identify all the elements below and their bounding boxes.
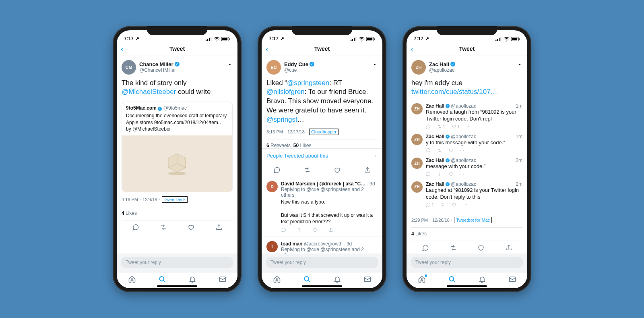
tweet-source[interactable]: Cloudhopper	[309, 129, 339, 135]
tweet-author[interactable]: EC Eddy Cue✓ @cue	[266, 60, 378, 75]
avatar[interactable]: ZH	[411, 60, 426, 75]
people-tweeted-link[interactable]: People Tweeted about this	[262, 148, 382, 163]
reply-icon[interactable]	[273, 166, 281, 174]
thread-reply[interactable]: ZH Zac Hall✓@apollozac2m Laughed at “981…	[411, 179, 522, 210]
retweet-icon[interactable]	[297, 227, 302, 233]
like-icon[interactable]	[312, 227, 318, 233]
quoted-image	[122, 135, 232, 192]
like-icon[interactable]	[188, 224, 195, 231]
status-time: 7:17	[124, 36, 134, 42]
tab-home[interactable]	[128, 275, 136, 285]
reply-input[interactable]: Tweet your reply	[266, 257, 378, 268]
reply-input[interactable]: Tweet your reply	[121, 257, 233, 268]
replying-to[interactable]: Replying to @cue @springsteen and 2 othe…	[281, 247, 378, 254]
retweet-icon[interactable]	[437, 124, 442, 129]
more-icon[interactable]	[466, 124, 471, 129]
home-indicator[interactable]	[447, 285, 487, 287]
tab-search[interactable]	[303, 275, 311, 285]
thread-replies: ZH Zac Hall✓@apollozac1m Removed a laugh…	[407, 98, 527, 212]
mention-link[interactable]: @springsteen	[287, 79, 329, 87]
chevron-down-icon[interactable]	[517, 62, 522, 67]
reply-input[interactable]: Tweet your reply	[411, 257, 523, 268]
location-arrow-icon: ↗	[135, 36, 139, 42]
avatar[interactable]: CM	[122, 60, 136, 75]
reply-item[interactable]: D David Marsden | @drcreek | aka "C… · 3…	[262, 177, 382, 237]
tab-home[interactable]	[273, 275, 281, 285]
back-button[interactable]: ‹	[121, 44, 124, 54]
back-button[interactable]: ‹	[266, 44, 268, 54]
like-icon[interactable]	[334, 166, 341, 174]
mention-link[interactable]: @nilslofgren	[266, 88, 305, 96]
reply-body: Now this was a typo. But was it Siri tha…	[281, 199, 378, 225]
battery-icon	[221, 37, 230, 41]
nav-title: Tweet	[459, 46, 475, 52]
like-icon[interactable]	[477, 244, 485, 251]
verified-badge-icon: ✓	[158, 107, 162, 111]
quoted-body: Documenting the overlooked craft of temp…	[122, 112, 232, 135]
tweet-author[interactable]: ZH Zac Hall✓ @apollozac	[411, 60, 522, 75]
tweet-author[interactable]: CM Chance Miller✓ @ChanceHMiller	[122, 60, 233, 75]
tab-messages[interactable]	[363, 275, 372, 285]
avatar[interactable]: EC	[266, 60, 281, 75]
replying-to[interactable]: Replying to @cue @springsteen and 2 othe…	[281, 187, 378, 198]
avatar[interactable]: ZH	[411, 103, 423, 114]
tab-notifications[interactable]	[333, 275, 341, 285]
thread-reply[interactable]: ZH Zac Hall✓@apollozac1m y to this messa…	[411, 131, 522, 155]
reply-icon[interactable]	[426, 124, 431, 129]
phone-mockup-2: 7:17↗ ‹ Tweet EC Eddy Cue✓ @cue Liked “@…	[258, 26, 386, 292]
tweet-meta: 3:16 PM · 12/17/18 · Cloudhopper	[266, 129, 378, 135]
mention-link[interactable]: @springst	[266, 116, 297, 123]
retweet-icon[interactable]	[450, 244, 457, 251]
reply-item[interactable]: T toad man @accretivegrowth · 3d Replyin…	[262, 237, 382, 254]
avatar[interactable]: T	[266, 241, 278, 252]
tweet-text: Liked “@springsteen: RT @nilslofgren: To…	[266, 79, 378, 125]
tab-messages[interactable]	[219, 275, 227, 285]
url-link[interactable]: twitter.com/cue/status/107…	[411, 88, 497, 96]
notch	[147, 26, 207, 35]
back-button[interactable]: ‹	[411, 44, 413, 54]
chevron-down-icon[interactable]	[227, 62, 233, 67]
share-icon[interactable]	[328, 227, 333, 233]
verified-badge-icon: ✓	[450, 62, 455, 67]
nav-header: ‹ Tweet	[117, 42, 237, 56]
home-indicator[interactable]	[302, 285, 342, 287]
unread-badge	[425, 274, 427, 277]
tab-search[interactable]	[448, 275, 456, 285]
tab-notifications[interactable]	[478, 275, 486, 285]
reply-icon[interactable]	[422, 244, 429, 251]
tab-messages[interactable]	[508, 275, 516, 285]
tweet-stats[interactable]: 4 Likes	[411, 231, 522, 237]
share-icon[interactable]	[505, 244, 512, 251]
signal-icon	[206, 37, 212, 41]
reply-icon[interactable]	[132, 224, 139, 231]
verified-badge-icon: ✓	[446, 104, 450, 108]
retweet-icon[interactable]	[160, 224, 167, 231]
reply-icon[interactable]	[281, 227, 286, 233]
tweet-stats[interactable]: 4 Likes	[122, 210, 233, 216]
author-name: Chance Miller	[139, 61, 173, 68]
wifi-icon	[214, 37, 220, 42]
tab-notifications[interactable]	[188, 275, 196, 285]
nav-title: Tweet	[314, 46, 330, 52]
thread-reply[interactable]: ZH Zac Hall✓@apollozac1m Removed a laugh…	[411, 101, 522, 131]
thread-reply[interactable]: ZH Zac Hall✓@apollozac2m message with yo…	[411, 155, 522, 179]
action-bar	[122, 220, 233, 234]
mention-link[interactable]: @MichaelSteeber	[122, 88, 176, 96]
tweet-stats[interactable]: 6 Retweets 50 Likes	[266, 143, 378, 148]
like-icon[interactable]	[452, 124, 456, 129]
avatar[interactable]: D	[266, 181, 278, 192]
tab-search[interactable]	[158, 275, 166, 285]
tab-home[interactable]	[418, 275, 426, 285]
home-indicator[interactable]	[157, 285, 197, 287]
tweet-source[interactable]: Tweetbot for Mac	[454, 217, 492, 223]
retweet-icon[interactable]	[303, 166, 311, 174]
phone-mockup-1: 7:17↗ ‹ Tweet CM Chance Miller✓ @ChanceH…	[113, 26, 242, 292]
chevron-down-icon[interactable]	[372, 62, 378, 67]
verified-badge-icon: ✓	[310, 62, 314, 67]
quoted-tweet[interactable]: 9to5Mac.com ✓ @9to5mac Documenting the o…	[122, 102, 233, 192]
quoted-author-name: 9to5Mac.com	[126, 105, 157, 111]
share-icon[interactable]	[364, 166, 371, 174]
tweet-source[interactable]: TweetDeck	[162, 196, 188, 203]
svg-point-14	[168, 172, 186, 175]
share-icon[interactable]	[215, 224, 223, 231]
